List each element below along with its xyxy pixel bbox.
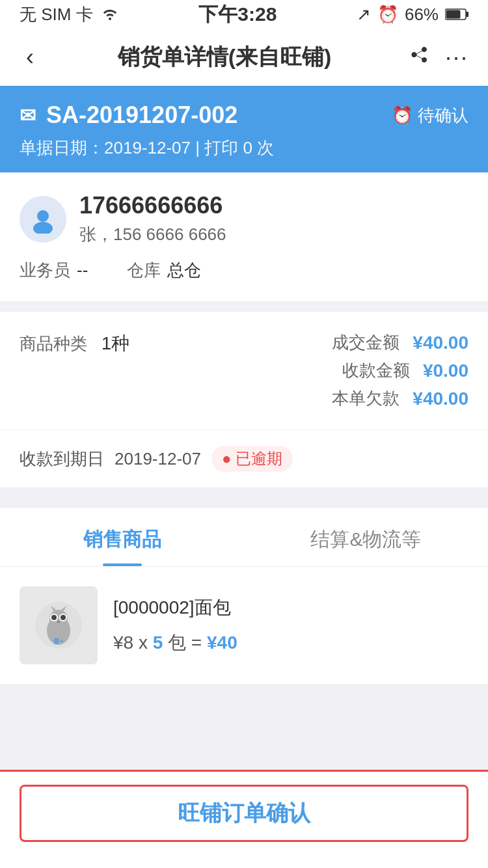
due-date-value: 2019-12-07 bbox=[115, 449, 201, 469]
product-kind-label: 商品种类 bbox=[20, 334, 87, 353]
tab-settlement[interactable]: 结算&物流等 bbox=[244, 508, 488, 566]
status-bar: 无 SIM 卡 下午3:28 ↗ ⏰ 66% bbox=[0, 0, 488, 29]
product-total: ¥40 bbox=[207, 632, 237, 653]
customer-name-phone: 张，156 6666 6666 bbox=[79, 223, 468, 246]
sales-value: -- bbox=[77, 260, 88, 280]
warehouse-label: 仓库 bbox=[127, 259, 161, 282]
battery-level: 66% bbox=[405, 5, 439, 25]
bottom-bar: 旺铺订单确认 bbox=[0, 770, 488, 868]
equals-sign: = bbox=[191, 632, 207, 653]
overdue-text: 已逾期 bbox=[236, 448, 282, 469]
balance-label: 本单欠款 bbox=[332, 387, 400, 410]
customer-phone: 17666666666 bbox=[79, 192, 468, 219]
svg-point-9 bbox=[51, 615, 57, 620]
tab-products[interactable]: 销售商品 bbox=[0, 508, 244, 566]
product-quantity: 5 bbox=[153, 632, 163, 653]
order-header: ✉ SA-20191207-002 ⏰ 待确认 单据日期：2019-12-07 … bbox=[0, 86, 488, 172]
order-id-text: SA-20191207-002 bbox=[46, 102, 237, 129]
product-price: ¥8 bbox=[113, 632, 133, 653]
product-name: [0000002]面包 bbox=[113, 595, 468, 620]
back-button[interactable]: ‹ bbox=[20, 37, 40, 77]
svg-point-11 bbox=[61, 615, 66, 620]
page-title: 销货单详情(来自旺铺) bbox=[118, 42, 332, 72]
multiply-sign: x bbox=[139, 632, 153, 653]
customer-avatar bbox=[20, 196, 66, 243]
order-id-left: ✉ SA-20191207-002 bbox=[20, 102, 237, 129]
warning-icon: ● bbox=[222, 450, 232, 468]
product-details: [0000002]面包 ¥8 x 5 包 = ¥40 bbox=[113, 595, 468, 655]
svg-text:督+: 督+ bbox=[53, 638, 64, 645]
product-thumb-inner: 督+ bbox=[20, 586, 98, 664]
summary-right: 成交金额 ¥40.00 收款金额 ¥0.00 本单欠款 ¥40.00 bbox=[332, 331, 468, 410]
envelope-icon: ✉ bbox=[20, 104, 36, 127]
svg-rect-2 bbox=[446, 10, 460, 18]
customer-row: 17666666666 张，156 6666 6666 bbox=[20, 192, 468, 246]
due-date-section: 收款到期日 2019-12-07 ● 已逾期 bbox=[0, 429, 488, 487]
customer-info: 17666666666 张，156 6666 6666 bbox=[79, 192, 468, 246]
alarm-icon: ⏰ bbox=[377, 5, 398, 25]
sales-label: 业务员 bbox=[20, 259, 70, 282]
balance-due: ¥40.00 bbox=[413, 388, 468, 409]
order-id-row: ✉ SA-20191207-002 ⏰ 待确认 bbox=[20, 102, 468, 129]
divider-1 bbox=[0, 301, 488, 312]
transaction-amount: ¥40.00 bbox=[413, 332, 468, 353]
received-amount: ¥0.00 bbox=[423, 360, 468, 381]
customer-meta: 业务员 -- 仓库 总仓 bbox=[20, 259, 468, 282]
nav-bar: ‹ 销货单详情(来自旺铺) ··· bbox=[0, 29, 488, 86]
due-date-label: 收款到期日 bbox=[20, 448, 104, 470]
overdue-badge: ● 已逾期 bbox=[211, 446, 293, 472]
customer-section: 17666666666 张，156 6666 6666 业务员 -- 仓库 总仓 bbox=[0, 172, 488, 301]
tab-settlement-label: 结算&物流等 bbox=[310, 528, 421, 550]
transaction-label: 成交金额 bbox=[332, 331, 400, 354]
product-kind-value: 1种 bbox=[102, 333, 130, 353]
status-time: 下午3:28 bbox=[198, 1, 277, 28]
product-list: 督+ [0000002]面包 ¥8 x 5 包 = ¥40 bbox=[0, 567, 488, 685]
share-icon[interactable] bbox=[409, 44, 429, 70]
received-label: 收款金额 bbox=[342, 359, 410, 382]
transaction-row: 成交金额 ¥40.00 bbox=[332, 331, 468, 354]
product-price-row: ¥8 x 5 包 = ¥40 bbox=[113, 631, 468, 655]
summary-section: 商品种类 1种 成交金额 ¥40.00 收款金额 ¥0.00 本单欠款 ¥40.… bbox=[0, 312, 488, 429]
product-thumbnail: 督+ bbox=[20, 586, 98, 664]
svg-point-3 bbox=[37, 210, 49, 222]
confirm-label: 旺铺订单确认 bbox=[178, 798, 310, 828]
wifi-icon bbox=[101, 5, 119, 25]
summary-left: 商品种类 1种 bbox=[20, 331, 129, 356]
warehouse-value: 总仓 bbox=[167, 259, 201, 282]
more-icon[interactable]: ··· bbox=[445, 44, 468, 71]
battery-icon bbox=[445, 5, 468, 25]
product-unit: 包 bbox=[168, 632, 186, 653]
order-status: ⏰ 待确认 bbox=[392, 104, 468, 127]
tab-products-label: 销售商品 bbox=[83, 528, 161, 550]
order-date: 单据日期：2019-12-07 | 打印 0 次 bbox=[20, 137, 468, 159]
warehouse-meta: 仓库 总仓 bbox=[127, 259, 201, 282]
tabs-bar: 销售商品 结算&物流等 bbox=[0, 508, 488, 567]
nav-actions: ··· bbox=[409, 44, 468, 71]
sales-meta: 业务员 -- bbox=[20, 259, 88, 282]
confirm-button[interactable]: 旺铺订单确认 bbox=[20, 785, 468, 842]
balance-row: 本单欠款 ¥40.00 bbox=[332, 387, 468, 410]
svg-rect-1 bbox=[466, 12, 468, 17]
svg-point-4 bbox=[33, 222, 53, 234]
status-right: ↗ ⏰ 66% bbox=[357, 5, 468, 25]
received-row: 收款金额 ¥0.00 bbox=[342, 359, 468, 382]
status-left: 无 SIM 卡 bbox=[20, 3, 119, 26]
divider-2 bbox=[0, 487, 488, 498]
status-text: 待确认 bbox=[418, 104, 468, 127]
product-item: 督+ [0000002]面包 ¥8 x 5 包 = ¥40 bbox=[0, 567, 488, 685]
location-icon: ↗ bbox=[357, 5, 371, 25]
clock-icon: ⏰ bbox=[392, 105, 413, 126]
sim-status: 无 SIM 卡 bbox=[20, 3, 93, 26]
